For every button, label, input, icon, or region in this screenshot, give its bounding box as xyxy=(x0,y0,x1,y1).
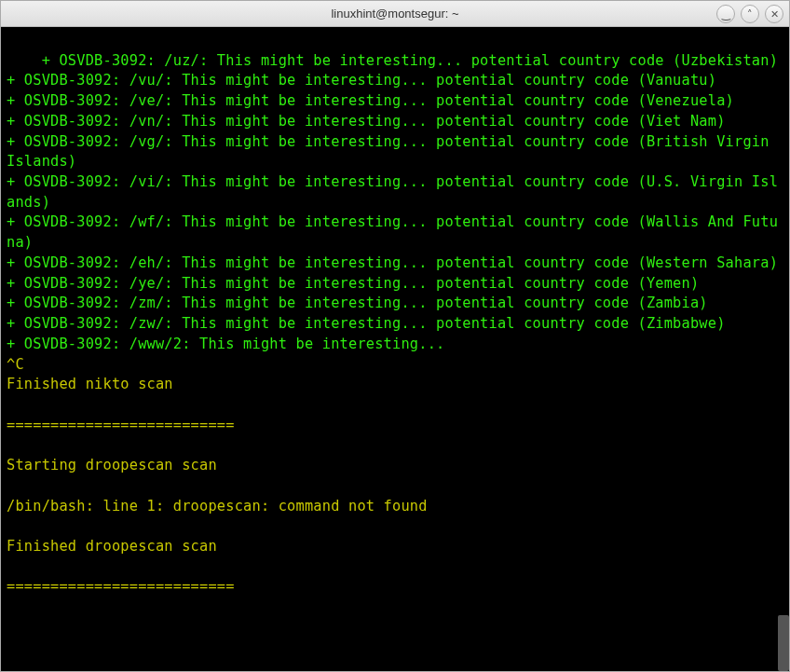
terminal-line: ========================== xyxy=(7,417,235,433)
terminal-line: + OSVDB-3092: /vg/: This might be intere… xyxy=(7,133,778,171)
window-controls: ‿ ˄ ✕ xyxy=(716,5,783,23)
terminal-line: /bin/bash: line 1: droopescan: command n… xyxy=(7,498,428,514)
titlebar[interactable]: linuxhint@montsegur: ~ ‿ ˄ ✕ xyxy=(1,1,789,27)
terminal-output[interactable]: + OSVDB-3092: /uz/: This might be intere… xyxy=(1,27,789,671)
maximize-icon: ˄ xyxy=(747,9,753,20)
terminal-line: ========================== xyxy=(7,578,235,595)
terminal-line: + OSVDB-3092: /vi/: This might be intere… xyxy=(7,173,778,211)
terminal-line: + OSVDB-3092: /ve/: This might be intere… xyxy=(7,92,734,109)
terminal-line: + OSVDB-3092: /eh/: This might be intere… xyxy=(7,254,778,271)
terminal-line: + OSVDB-3092: /wf/: This might be intere… xyxy=(7,213,778,251)
close-icon: ✕ xyxy=(770,9,779,20)
terminal-window: linuxhint@montsegur: ~ ‿ ˄ ✕ + OSVDB-309… xyxy=(0,0,790,672)
terminal-line: Finished droopescan scan xyxy=(7,538,217,555)
maximize-button[interactable]: ˄ xyxy=(741,5,759,23)
terminal-line: Starting droopescan scan xyxy=(7,457,217,473)
minimize-button[interactable]: ‿ xyxy=(716,5,735,23)
window-title: linuxhint@montsegur: ~ xyxy=(331,7,458,21)
terminal-line: Finished nikto scan xyxy=(7,376,173,392)
scroll-thumb[interactable] xyxy=(778,615,789,671)
terminal-line: ^C xyxy=(7,356,24,373)
terminal-line: + OSVDB-3092: /zw/: This might be intere… xyxy=(7,315,726,332)
scrollbar[interactable] xyxy=(778,27,789,671)
terminal-line: + OSVDB-3092: /www/2: This might be inte… xyxy=(7,336,444,352)
terminal-line: + OSVDB-3092: /vn/: This might be intere… xyxy=(7,113,726,130)
terminal-line: + OSVDB-3092: /ye/: This might be intere… xyxy=(7,275,699,292)
minimize-icon: ‿ xyxy=(722,9,730,20)
terminal-line: + OSVDB-3092: /zm/: This might be intere… xyxy=(7,295,708,311)
terminal-line: + OSVDB-3092: /vu/: This might be intere… xyxy=(7,72,716,89)
terminal-line: + OSVDB-3092: /uz/: This might be intere… xyxy=(42,52,778,69)
close-button[interactable]: ✕ xyxy=(765,5,783,23)
